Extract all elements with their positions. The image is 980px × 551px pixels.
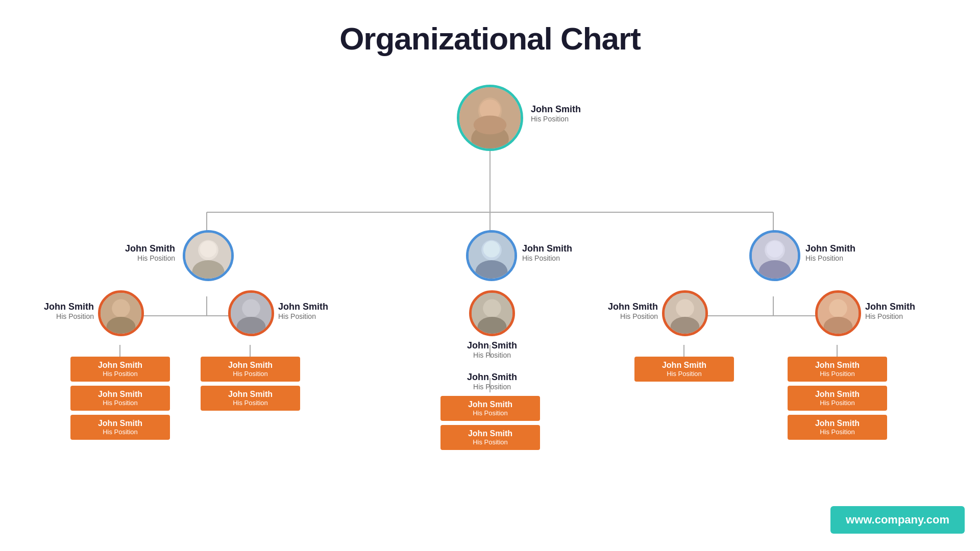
l2-left-node: John Smith His Position [183,230,234,281]
svg-point-45 [483,299,501,317]
card-ll-1: John Smith His Position [70,357,170,382]
website-badge: www.company.com [830,506,965,534]
l3-ll-avatar [98,290,144,336]
cards-rl: John Smith His Position [634,357,734,382]
card-ll-3: John Smith His Position [70,415,170,440]
l3-mid-sub-node: John Smith His Position [467,368,517,394]
card-mid-1: John Smith His Position [440,396,540,421]
page-title: Organizational Chart [0,0,980,57]
card-lr-1: John Smith His Position [201,357,300,382]
svg-point-39 [112,299,130,317]
l3-rl-node: John Smith His Position [662,290,708,336]
l3-mid-node: John Smith His Position [467,290,517,359]
svg-point-29 [200,241,216,257]
svg-point-37 [767,241,783,257]
card-rl-1: John Smith His Position [634,357,734,382]
ceo-node: John Smith His Position [457,85,523,151]
svg-point-51 [829,299,847,317]
l2-mid-avatar [466,230,517,281]
cards-mid: John Smith His Position John Smith His P… [440,396,540,450]
l3-ll-node: John Smith His Position [98,290,144,336]
l3-lr-node: John Smith His Position [228,290,274,336]
l3-mid-avatar [469,290,515,336]
ceo-avatar [457,85,523,151]
cards-ll: John Smith His Position John Smith His P… [70,357,170,440]
l3-lr-avatar [228,290,274,336]
svg-point-48 [676,299,694,317]
l3-rr-node: John Smith His Position [815,290,861,336]
card-ll-2: John Smith His Position [70,386,170,411]
cards-lr: John Smith His Position John Smith His P… [201,357,300,411]
l3-rl-avatar [662,290,708,336]
cards-rr: John Smith His Position John Smith His P… [788,357,887,440]
l2-mid-node: John Smith His Position [466,230,517,281]
l3-rr-avatar [815,290,861,336]
card-mid-2: John Smith His Position [440,425,540,450]
svg-point-42 [242,299,260,317]
card-rr-3: John Smith His Position [788,415,887,440]
card-rr-2: John Smith His Position [788,386,887,411]
l2-left-avatar [183,230,234,281]
card-lr-2: John Smith His Position [201,386,300,411]
svg-point-25 [474,115,507,134]
l2-right-node: John Smith His Position [749,230,800,281]
svg-point-33 [483,241,500,257]
l2-right-avatar [749,230,800,281]
card-rr-1: John Smith His Position [788,357,887,382]
